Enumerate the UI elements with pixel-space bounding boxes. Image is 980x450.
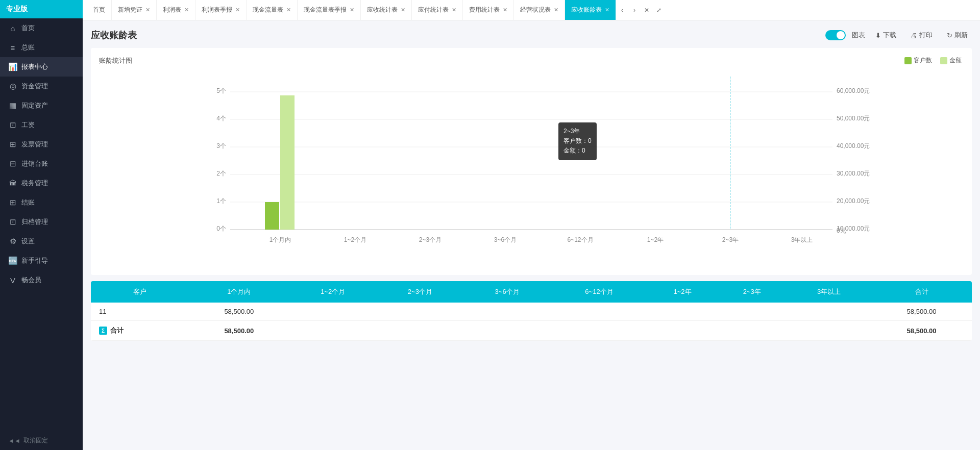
sidebar-item-assets[interactable]: ▦ 固定资产 xyxy=(0,96,83,115)
col-customer: 客户 xyxy=(91,281,189,303)
tab-receivable-stats[interactable]: 应收统计表 ✕ xyxy=(361,0,412,20)
data-table: 客户 1个月内 1~2个月 2~3个月 3~6个月 6~12个月 1~2年 2~… xyxy=(91,281,972,341)
sidebar-item-vip[interactable]: V 畅会员 xyxy=(0,270,83,290)
print-btn[interactable]: 🖨 打印 xyxy=(906,29,937,42)
legend-customers-dot xyxy=(904,57,912,64)
tab-close-aging[interactable]: ✕ xyxy=(605,7,609,13)
legend-amount-label: 金额 xyxy=(949,56,962,65)
svg-text:1个: 1个 xyxy=(216,197,226,205)
table-header-row: 客户 1个月内 1~2个月 2~3个月 3~6个月 6~12个月 1~2年 2~… xyxy=(91,281,972,303)
tab-close-all-btn[interactable]: ✕ xyxy=(641,3,653,17)
sidebar-item-inventory[interactable]: ⊟ 进销台账 xyxy=(0,154,83,173)
chart-container: 账龄统计图 客户数 金额 5个 4个 3个 2个 xyxy=(91,48,972,275)
tab-expand-btn[interactable]: ⤢ xyxy=(653,3,665,17)
sidebar-unpin[interactable]: ◄◄ 取消固定 xyxy=(0,431,83,450)
bar-customers-0 xyxy=(265,202,279,230)
assets-icon: ▦ xyxy=(8,101,17,110)
sidebar-item-guide[interactable]: 🆕 新手引导 xyxy=(0,251,83,270)
chart-title: 账龄统计图 xyxy=(99,56,964,65)
page-actions: 图表 ⬇ 下载 🖨 打印 ↻ 刷新 xyxy=(825,29,972,42)
home-icon: ⌂ xyxy=(8,24,17,33)
svg-text:20,000.00元: 20,000.00元 xyxy=(837,197,870,205)
tab-close-profit[interactable]: ✕ xyxy=(184,7,189,13)
sidebar: 专业版 ⌂ 首页 ≡ 总账 📊 报表中心 ◎ 资金管理 ▦ 固定资产 ⊡ 工资 … xyxy=(0,0,83,450)
col-m7: 2~3年 xyxy=(717,281,787,303)
tab-cashflow[interactable]: 现金流量表 ✕ xyxy=(247,0,298,20)
sidebar-item-closing[interactable]: ⊞ 结账 xyxy=(0,193,83,212)
cell-m5-0 xyxy=(551,303,648,321)
svg-text:2~3年: 2~3年 xyxy=(722,236,739,243)
tab-expense-stats[interactable]: 费用统计表 ✕ xyxy=(463,0,514,20)
refresh-icon: ↻ xyxy=(947,32,952,39)
chart-toggle[interactable] xyxy=(825,30,846,40)
cell-total-m6 xyxy=(648,321,717,341)
print-icon: 🖨 xyxy=(911,32,917,39)
tab-voucher[interactable]: 新增凭证 ✕ xyxy=(112,0,157,20)
tab-home[interactable]: 首页 xyxy=(87,0,112,20)
cell-total-m7 xyxy=(717,321,787,341)
closing-icon: ⊞ xyxy=(8,198,17,207)
sidebar-item-tax[interactable]: 🏛 税务管理 xyxy=(0,173,83,193)
table-total-row: Σ 合计 58,500.00 58,500.00 xyxy=(91,321,972,341)
legend-amount: 金额 xyxy=(940,56,962,65)
cell-total-m4 xyxy=(463,321,551,341)
download-btn[interactable]: ⬇ 下载 xyxy=(871,29,900,42)
legend-customers: 客户数 xyxy=(904,56,932,65)
sidebar-item-home[interactable]: ⌂ 首页 xyxy=(0,18,83,38)
tab-business-stats[interactable]: 经营状况表 ✕ xyxy=(514,0,565,20)
tab-cashflow-quarterly[interactable]: 现金流量表季报 ✕ xyxy=(298,0,361,20)
page-area: 应收账龄表 图表 ⬇ 下载 🖨 打印 ↻ 刷新 账龄统计图 xyxy=(83,20,980,450)
cell-m3-0 xyxy=(376,303,463,321)
tab-close-profit-quarterly[interactable]: ✕ xyxy=(235,7,240,13)
svg-text:6~12个月: 6~12个月 xyxy=(567,236,593,243)
svg-text:50,000.00元: 50,000.00元 xyxy=(837,115,870,122)
invoice-icon: ⊞ xyxy=(8,140,17,149)
sidebar-item-funds[interactable]: ◎ 资金管理 xyxy=(0,77,83,96)
sidebar-item-archive[interactable]: ⊡ 归档管理 xyxy=(0,212,83,232)
svg-text:3~6个月: 3~6个月 xyxy=(494,236,517,243)
tab-aging[interactable]: 应收账龄表 ✕ xyxy=(565,0,616,20)
tab-bar: 首页 新增凭证 ✕ 利润表 ✕ 利润表季报 ✕ 现金流量表 ✕ 现金流量表季报 … xyxy=(83,0,980,20)
guide-icon: 🆕 xyxy=(8,256,17,265)
sidebar-item-ledger[interactable]: ≡ 总账 xyxy=(0,38,83,57)
tab-payable-stats[interactable]: 应付统计表 ✕ xyxy=(412,0,463,20)
sidebar-logo: 专业版 xyxy=(0,0,83,18)
col-m2: 1~2个月 xyxy=(289,281,377,303)
settings-icon: ⚙ xyxy=(8,237,17,246)
cell-m2-0 xyxy=(289,303,377,321)
svg-text:30,000.00元: 30,000.00元 xyxy=(837,170,870,177)
svg-text:60,000.00元: 60,000.00元 xyxy=(837,87,870,94)
tab-close-receivable-stats[interactable]: ✕ xyxy=(401,7,405,13)
reports-icon: 📊 xyxy=(8,62,17,71)
sidebar-item-reports[interactable]: 📊 报表中心 xyxy=(0,57,83,77)
col-total: 合计 xyxy=(871,281,972,303)
page-title: 应收账龄表 xyxy=(91,29,137,41)
tab-close-payable-stats[interactable]: ✕ xyxy=(452,7,456,13)
chart-svg: 5个 4个 3个 2个 1个 0个 60,000.00元 50,000.00元 … xyxy=(99,71,964,265)
main-content: 首页 新增凭证 ✕ 利润表 ✕ 利润表季报 ✕ 现金流量表 ✕ 现金流量表季报 … xyxy=(83,0,980,450)
tab-close-business-stats[interactable]: ✕ xyxy=(554,7,558,13)
tab-profit[interactable]: 利润表 ✕ xyxy=(157,0,195,20)
vip-icon: V xyxy=(8,276,17,285)
svg-text:2~3个月: 2~3个月 xyxy=(419,236,442,243)
cell-total-m5 xyxy=(551,321,648,341)
tab-next-btn[interactable]: › xyxy=(628,3,641,17)
sidebar-item-settings[interactable]: ⚙ 设置 xyxy=(0,232,83,251)
svg-text:1个月内: 1个月内 xyxy=(270,236,291,243)
tab-profit-quarterly[interactable]: 利润表季报 ✕ xyxy=(195,0,247,20)
tab-close-cashflow-quarterly[interactable]: ✕ xyxy=(350,7,354,13)
tax-icon: 🏛 xyxy=(8,179,17,188)
tab-close-voucher[interactable]: ✕ xyxy=(145,7,150,13)
cell-m4-0 xyxy=(463,303,551,321)
chart-legend: 客户数 金额 xyxy=(904,56,962,65)
page-header: 应收账龄表 图表 ⬇ 下载 🖨 打印 ↻ 刷新 xyxy=(91,29,972,42)
chart-toggle-label: 图表 xyxy=(852,31,865,40)
refresh-btn[interactable]: ↻ 刷新 xyxy=(943,29,972,42)
col-m8: 3年以上 xyxy=(787,281,871,303)
cell-total-m1: 58,500.00 xyxy=(189,321,289,341)
tab-close-cashflow[interactable]: ✕ xyxy=(286,7,291,13)
sidebar-item-payroll[interactable]: ⊡ 工资 xyxy=(0,115,83,135)
tab-close-expense-stats[interactable]: ✕ xyxy=(503,7,507,13)
sidebar-item-invoice[interactable]: ⊞ 发票管理 xyxy=(0,135,83,154)
tab-prev-btn[interactable]: ‹ xyxy=(616,3,628,17)
